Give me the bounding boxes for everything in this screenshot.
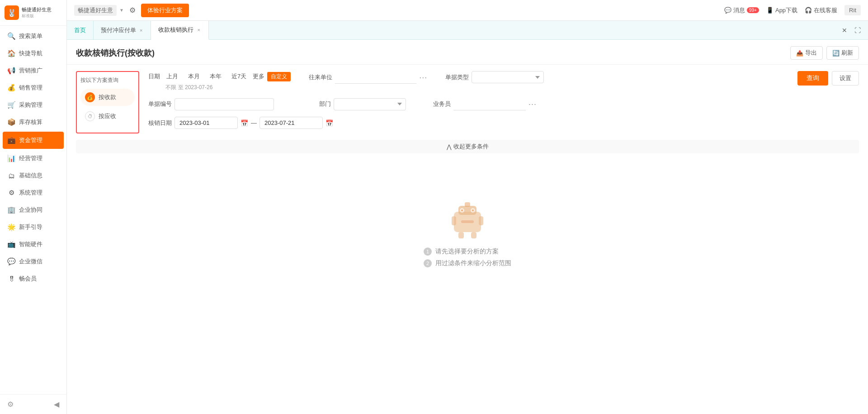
writeoff-date-end[interactable]: [259, 117, 323, 129]
empty-tip-2-label: 用过滤条件来缩小分析范围: [435, 259, 511, 267]
sidebar-item-system[interactable]: ⚙ 系统管理: [0, 184, 66, 201]
collapse-sidebar-icon[interactable]: ◀: [54, 400, 59, 409]
svg-rect-7: [452, 216, 456, 225]
tab-prepay-label: 预付冲应付单: [101, 26, 136, 34]
collapse-more-btn[interactable]: ⋀ 收起更多条件: [76, 140, 859, 153]
tab-writeoff[interactable]: 收款核销执行 ×: [151, 21, 208, 40]
svg-point-5: [472, 209, 474, 211]
tab-home[interactable]: 首页: [67, 21, 94, 40]
document-type-select[interactable]: [472, 71, 544, 83]
date-more-label[interactable]: 更多: [253, 72, 264, 81]
tab-prepay-close-icon[interactable]: ×: [139, 27, 143, 34]
export-button[interactable]: 📤 导出: [790, 46, 823, 60]
writeoff-date-start[interactable]: [175, 117, 238, 129]
staff-input[interactable]: [453, 98, 526, 110]
chevron-down-icon[interactable]: ▼: [119, 8, 124, 13]
message-badge: 99+: [747, 7, 759, 13]
purchase-icon: 🛒: [7, 101, 15, 109]
filter-sidebar-title: 按以下方案查询: [80, 76, 135, 84]
receipt-option-icon: 💰: [85, 92, 95, 102]
message-action[interactable]: 💬 消息 99+: [724, 6, 759, 14]
date-btn-7days[interactable]: 近7天: [228, 71, 250, 82]
document-no-input[interactable]: [175, 98, 274, 110]
svg-rect-8: [479, 216, 483, 225]
tab-writeoff-close-icon[interactable]: ×: [196, 26, 201, 33]
filter-option-receivable-label: 按应收: [99, 112, 116, 120]
partner-ellipsis-icon[interactable]: ···: [419, 73, 427, 82]
sidebar-footer: ⚙ ◀: [0, 394, 66, 414]
message-label: 消息: [733, 6, 745, 14]
staff-ellipsis-icon[interactable]: ···: [528, 100, 537, 109]
sidebar-item-label: 销售管理: [19, 84, 42, 92]
maximize-icon[interactable]: ⛶: [853, 25, 863, 36]
sidebar-item-finance[interactable]: 💼 资金管理: [3, 132, 64, 149]
sidebar-item-guide[interactable]: 🌟 新手引导: [0, 219, 66, 236]
date-btn-this-month[interactable]: 本月: [184, 71, 203, 82]
document-type-filter: 单据类型: [445, 71, 544, 83]
svg-point-4: [461, 209, 463, 211]
sidebar-item-enterprise[interactable]: 🏢 企业协同: [0, 201, 66, 219]
page-content: 收款核销执行(按收款) 📤 导出 🔄 刷新 按以下方案查询: [67, 40, 868, 414]
close-tab-icon[interactable]: ✕: [840, 25, 849, 36]
sidebar-item-search[interactable]: 🔍 搜索菜单: [0, 28, 66, 45]
logo-text-block: 畅捷通好生意 标准版: [22, 6, 52, 19]
sidebar-item-quick-nav[interactable]: 🏠 快捷导航: [0, 45, 66, 62]
export-icon: 📤: [796, 50, 803, 57]
calendar-end-icon[interactable]: 📅: [326, 119, 333, 127]
date-btn-last-month[interactable]: 上月: [163, 71, 182, 82]
page-title: 收款核销执行(按收款): [76, 48, 155, 58]
receivable-option-icon: ⏱: [85, 111, 95, 121]
inventory-icon: 📦: [7, 118, 15, 126]
filter-option-by-receivable[interactable]: ⏱ 按应收: [80, 108, 135, 125]
sales-icon: 💰: [7, 84, 15, 92]
sidebar-item-vip[interactable]: 🎖 畅会员: [0, 270, 66, 287]
service-icon: 🎧: [805, 7, 812, 14]
app-icon: 📱: [766, 7, 774, 14]
sidebar-item-business[interactable]: 📊 经营管理: [0, 150, 66, 167]
sidebar-item-purchase[interactable]: 🛒 采购管理: [0, 96, 66, 114]
sidebar-item-sales[interactable]: 💰 销售管理: [0, 79, 66, 96]
svg-rect-11: [465, 202, 470, 207]
partner-input[interactable]: [335, 71, 416, 84]
sidebar-item-hardware[interactable]: 📺 智能硬件: [0, 236, 66, 253]
sidebar-item-inventory[interactable]: 📦 库存核算: [0, 114, 66, 131]
partner-filter: 往来单位 ···: [309, 71, 427, 84]
calendar-start-icon[interactable]: 📅: [241, 119, 248, 127]
document-no-label: 单据编号: [148, 100, 172, 108]
sidebar-item-label: 搜索菜单: [19, 32, 42, 40]
sidebar-item-label: 新手引导: [19, 223, 42, 231]
gear-icon[interactable]: ⚙: [127, 4, 137, 16]
service-action[interactable]: 🎧 在线客服: [805, 6, 837, 14]
date-options: 上月 本月 本年 近7天 更多 自定义: [163, 71, 291, 82]
sidebar-item-label: 智能硬件: [19, 240, 42, 248]
filter-main: 日期 上月 本月 本年 近7天 更多 自定义: [148, 71, 859, 133]
tab-prepay[interactable]: 预付冲应付单 ×: [94, 21, 151, 40]
app-download-action[interactable]: 📱 App下载: [766, 6, 797, 14]
settings-icon[interactable]: ⚙: [7, 400, 14, 409]
svg-rect-10: [471, 232, 476, 238]
filter-option-by-receipt[interactable]: 💰 按收款: [80, 89, 135, 106]
document-type-label: 单据类型: [445, 73, 469, 81]
sidebar-item-wechat[interactable]: 💬 企业微信: [0, 253, 66, 270]
sidebar-item-basic[interactable]: 🗂 基础信息: [0, 167, 66, 184]
sidebar: 🐰 畅捷通好生意 标准版 🔍 搜索菜单 🏠 快捷导航 📢 营销推广 💰 销售管理…: [0, 0, 67, 414]
sidebar-item-label: 畅会员: [19, 275, 37, 283]
sidebar-item-marketing[interactable]: 📢 营销推广: [0, 62, 66, 79]
refresh-button[interactable]: 🔄 刷新: [826, 46, 859, 60]
user-avatar[interactable]: Rit: [844, 5, 861, 15]
query-button[interactable]: 查询: [797, 71, 828, 86]
logo-icon: 🐰: [5, 5, 19, 20]
date-btn-this-year[interactable]: 本年: [206, 71, 225, 82]
business-icon: 📊: [7, 154, 15, 162]
tab-bar: 首页 预付冲应付单 × 收款核销执行 × ✕ ⛶: [67, 21, 868, 40]
sidebar-logo: 🐰 畅捷通好生意 标准版: [0, 0, 66, 26]
guide-icon: 🌟: [7, 223, 15, 231]
date-filter-row: 日期 上月 本月 本年 近7天 更多 自定义: [148, 71, 291, 82]
department-select[interactable]: [334, 98, 406, 110]
settings-button[interactable]: 设置: [832, 71, 859, 86]
industry-btn[interactable]: 体验行业方案: [141, 4, 189, 17]
empty-tip-1-label: 请先选择要分析的方案: [435, 247, 499, 256]
date-custom-badge[interactable]: 自定义: [267, 72, 291, 81]
hardware-icon: 📺: [7, 240, 15, 248]
department-filter: 部门: [319, 98, 406, 110]
